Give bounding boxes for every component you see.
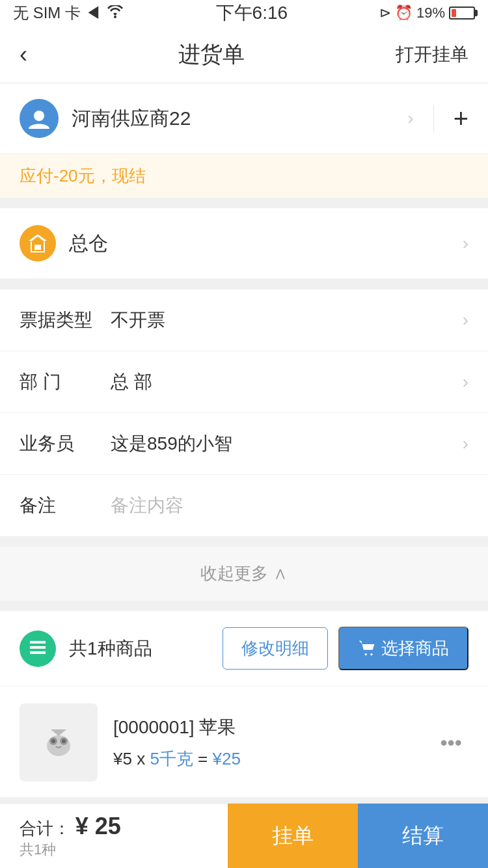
warehouse-name: 总仓	[69, 230, 463, 257]
alarm-icon: ⏰	[395, 5, 413, 21]
collapse-button[interactable]: 收起更多 ∧	[0, 547, 488, 601]
total-value: ¥25	[212, 749, 240, 768]
products-section: 共1种商品 修改明细 选择商品 [000000	[0, 611, 488, 797]
sim-label: 无 SIM 卡 ◀	[13, 3, 101, 23]
price-unit: ¥5 x	[113, 749, 150, 768]
total-sub: 共1种	[20, 840, 208, 860]
remark-label: 备注	[20, 493, 98, 518]
svg-point-6	[51, 739, 55, 743]
total-section: 合计： ¥ 25 共1种	[0, 813, 228, 860]
invoice-type-row[interactable]: 票据类型 不开票 ›	[0, 289, 488, 351]
salesperson-label: 业务员	[20, 431, 98, 456]
qty-value: 5千克	[150, 749, 193, 768]
location-icon: ⊳	[379, 5, 391, 21]
status-time: 下午6:16	[216, 1, 288, 25]
department-label: 部 门	[20, 370, 98, 394]
salesperson-row[interactable]: 业务员 这是859的小智 ›	[0, 413, 488, 474]
wifi-icon	[106, 4, 124, 22]
invoice-type-arrow: ›	[463, 310, 468, 331]
cart-icon	[358, 640, 376, 658]
notice-bar: 应付-20元，现结	[0, 154, 488, 198]
invoice-type-label: 票据类型	[20, 308, 98, 332]
battery-label: 19%	[416, 5, 445, 21]
svg-point-3	[47, 735, 70, 756]
divider	[433, 105, 434, 131]
department-value: 总 部	[98, 370, 463, 394]
form-section: 票据类型 不开票 › 部 门 总 部 › 业务员 这是859的小智 › 备注 备…	[0, 289, 488, 536]
status-right: ⊳ ⏰ 19%	[379, 5, 475, 21]
main-content: 河南供应商22 › + 应付-20元，现结 总仓 › 票据类型 不开票 › 部 …	[0, 83, 488, 868]
warehouse-icon	[20, 225, 56, 262]
product-info: [0000001] 苹果 ¥5 x 5千克 = ¥25	[113, 715, 433, 770]
back-button[interactable]: ‹	[20, 41, 27, 68]
products-header: 共1种商品 修改明细 选择商品	[0, 611, 488, 686]
svg-point-7	[62, 739, 66, 743]
owl-icon	[39, 723, 78, 762]
total-amount: ¥ 25	[75, 813, 121, 839]
nav-bar: ‹ 进货单 打开挂单	[0, 26, 488, 83]
collapse-section: 收起更多 ∧	[0, 547, 488, 601]
svg-rect-2	[34, 245, 41, 250]
products-icon	[20, 631, 56, 667]
supplier-section: 河南供应商22 › + 应付-20元，现结	[0, 83, 488, 198]
product-thumbnail	[20, 703, 98, 781]
select-product-button[interactable]: 选择商品	[338, 627, 468, 670]
supplier-name: 河南供应商22	[72, 105, 407, 132]
invoice-type-value: 不开票	[98, 308, 463, 332]
department-row[interactable]: 部 门 总 部 ›	[0, 351, 488, 413]
department-arrow: ›	[463, 372, 468, 392]
status-left: 无 SIM 卡 ◀	[13, 3, 124, 23]
remark-row[interactable]: 备注 备注内容	[0, 474, 488, 536]
product-item: [0000001] 苹果 ¥5 x 5千克 = ¥25 •••	[0, 688, 488, 797]
remark-input[interactable]: 备注内容	[98, 493, 468, 518]
battery-icon	[449, 7, 475, 20]
product-more-button[interactable]: •••	[433, 724, 468, 761]
add-supplier-button[interactable]: +	[454, 104, 468, 133]
supplier-arrow-icon: ›	[407, 108, 413, 129]
product-price: ¥5 x 5千克 = ¥25	[113, 748, 433, 770]
select-product-label: 选择商品	[381, 637, 449, 660]
warehouse-section: 总仓 ›	[0, 208, 488, 278]
supplier-avatar	[20, 99, 59, 138]
salesperson-arrow: ›	[463, 433, 468, 454]
status-bar: 无 SIM 卡 ◀ 下午6:16 ⊳ ⏰ 19%	[0, 0, 488, 26]
total-label: 合计：	[20, 819, 70, 838]
hang-button[interactable]: 挂单	[228, 804, 358, 869]
edit-details-button[interactable]: 修改明细	[223, 627, 328, 670]
bottom-bar: 合计： ¥ 25 共1种 挂单 结算	[0, 803, 488, 868]
salesperson-value: 这是859的小智	[98, 431, 463, 456]
open-pending-button[interactable]: 打开挂单	[396, 42, 468, 67]
equals-sign: =	[193, 749, 213, 768]
supplier-row[interactable]: 河南供应商22 › +	[0, 83, 488, 154]
warehouse-arrow-icon: ›	[463, 233, 468, 254]
page-title: 进货单	[178, 40, 245, 70]
checkout-button[interactable]: 结算	[358, 804, 488, 869]
svg-point-0	[114, 16, 116, 18]
warehouse-row[interactable]: 总仓 ›	[0, 208, 488, 278]
product-name: [0000001] 苹果	[113, 715, 433, 740]
products-count: 共1种商品	[69, 636, 223, 661]
svg-point-1	[34, 111, 44, 121]
